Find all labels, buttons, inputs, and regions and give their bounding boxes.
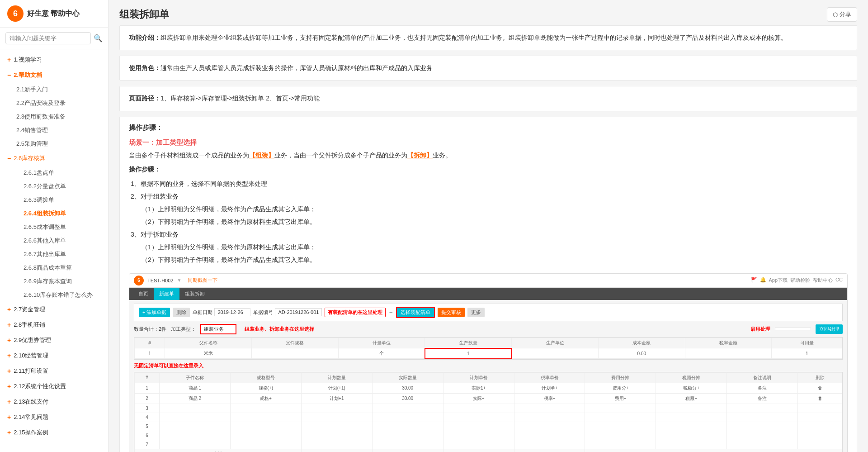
sim-nav-home[interactable]: 自页 bbox=[133, 288, 154, 300]
upper-table-row-1: 1 米米 个 1 0.00 1 bbox=[135, 348, 842, 359]
plus-icon-mobile: + bbox=[7, 321, 11, 328]
sim-qty-label: 数量合计：2件 bbox=[134, 326, 166, 333]
cell-r1-del[interactable]: 🗑 bbox=[798, 383, 842, 393]
cell-num: 1 bbox=[135, 348, 165, 359]
sidebar-item-cost-recalc[interactable]: 2.6.8商品成本重算 bbox=[0, 261, 108, 275]
sidebar-item-inventory[interactable]: − 2.6库存核算 bbox=[0, 151, 108, 166]
intro-label: 功能介绍： bbox=[129, 34, 160, 41]
th-num: # bbox=[135, 338, 165, 348]
sim-nav-new[interactable]: 新建单 bbox=[154, 288, 179, 300]
sim-enable-input[interactable] bbox=[775, 328, 811, 330]
step-2-1: （1）上部明细为父件明细，最终作为产成品生成其它入库单； bbox=[131, 203, 848, 215]
sidebar-item-install[interactable]: 2.2产品安装及登录 bbox=[0, 96, 108, 110]
sim-nav-assembly[interactable]: 组装拆卸 bbox=[179, 288, 210, 300]
sidebar-item-purchase[interactable]: 2.5采购管理 bbox=[0, 137, 108, 151]
lower-row-4: 4 bbox=[135, 413, 842, 422]
sidebar-item-finance[interactable]: + 2.7资金管理 bbox=[0, 302, 108, 317]
sidebar: 6 好生意 帮助中心 🔍 + 1.视频学习 − 2.帮助文档 2.1新手入门 2… bbox=[0, 0, 108, 452]
annotation-direct-entry: 无固定清单可以直接在这里录入 bbox=[134, 362, 843, 369]
sim-btn-delete[interactable]: 删除 bbox=[173, 308, 190, 317]
sidebar-item-stock-error[interactable]: 2.6.10库存账本错了怎么办 bbox=[0, 288, 108, 302]
plus-icon-ops: + bbox=[7, 352, 11, 359]
role-text: 通常由生产人员或库管人员完成拆装业务的操作，库管人员确认原材料的出库和产成品的入… bbox=[160, 64, 433, 71]
th-remark: 备注说明 bbox=[727, 372, 798, 383]
sidebar-item-custom[interactable]: + 2.12系统个性化设置 bbox=[0, 379, 108, 394]
footer-val4: 0.00 bbox=[514, 449, 585, 452]
cell-spec bbox=[251, 348, 338, 359]
plus-icon: + bbox=[7, 56, 11, 63]
intro-card: 功能介绍：组装拆卸单用来处理企业组装或拆卸等加工业务，支持有固定装配清单的产品加… bbox=[119, 25, 857, 50]
th-plan-price: 计划单价 bbox=[443, 372, 514, 383]
th-child-spec: 规格型号 bbox=[230, 372, 301, 383]
sim-btn-add[interactable]: + 添加单据 bbox=[139, 308, 170, 317]
sim-app-download: App下载 bbox=[769, 277, 788, 284]
sidebar-item-online-pay[interactable]: + 2.13在线支付 bbox=[0, 394, 108, 409]
screenshot-container: 6 TEST-H002 ▼ 同期截图一下 🚩 🔔 App下载 帮助检验 帮助中心… bbox=[129, 273, 848, 452]
annotation-bom: 有装配清单的在这里处理 bbox=[325, 308, 386, 317]
share-icon: ⬡ bbox=[833, 11, 838, 18]
sidebar-item-cases[interactable]: + 2.15操作案例 bbox=[0, 425, 108, 440]
cell-parent-name: 米米 bbox=[165, 348, 252, 359]
sidebar-item-stock-ledger[interactable]: 2.6.9库存账本查询 bbox=[0, 275, 108, 288]
main-content: 组装拆卸单 ⬡ 分享 功能介绍：组装拆卸单用来处理企业组装或拆卸等加工业务，支持… bbox=[108, 0, 868, 452]
sim-icon-flag: 🚩 bbox=[751, 277, 757, 284]
search-button[interactable]: 🔍 bbox=[94, 34, 103, 43]
cell-r2-plan: 计划+1 bbox=[301, 393, 372, 404]
main-header: 组装拆卸单 ⬡ 分享 bbox=[108, 0, 868, 25]
th-prod-unit: 生产单位 bbox=[512, 338, 599, 348]
sidebar-item-assembly[interactable]: 2.6.4组装拆卸单 bbox=[0, 207, 108, 220]
sidebar-item-data-prep[interactable]: 2.3使用前数据准备 bbox=[0, 110, 108, 124]
sim-order-value[interactable]: AD-20191226-001 bbox=[275, 308, 322, 316]
cell-r1-cost: 费用分+ bbox=[585, 383, 656, 393]
cell-r2-num: 2 bbox=[135, 393, 160, 404]
sidebar-item-stock-check[interactable]: 2.6.1盘点单 bbox=[0, 166, 108, 180]
sidebar-item-coupon[interactable]: + 2.9优惠券管理 bbox=[0, 333, 108, 348]
sim-date-value[interactable]: 2019-12-26 bbox=[214, 308, 250, 316]
cell-unit: 个 bbox=[338, 348, 425, 359]
sim-topbar-icons: 🚩 🔔 App下载 帮助检验 帮助中心 CC bbox=[751, 277, 843, 284]
plus-icon-print: + bbox=[7, 367, 11, 375]
cell-r2-del[interactable]: 🗑 bbox=[798, 393, 842, 404]
sim-dropdown-arrow: ▼ bbox=[177, 278, 181, 283]
arrow-to-bom: ← bbox=[388, 309, 393, 315]
step-3-1: （1）上部明细为父件明细，最终作为原材料生成其它出库单； bbox=[131, 241, 848, 253]
sim-type-select[interactable]: 组装业务 bbox=[200, 324, 236, 334]
minus-icon: − bbox=[7, 71, 11, 79]
sidebar-item-sales[interactable]: 2.4销售管理 bbox=[0, 124, 108, 137]
th-avail: 可用量 bbox=[772, 338, 842, 348]
cell-r2-spec: 规格+ bbox=[230, 393, 301, 404]
share-button[interactable]: ⬡ 分享 bbox=[827, 7, 857, 22]
sidebar-item-other-out[interactable]: 2.6.7其他出库单 bbox=[0, 247, 108, 261]
sidebar-item-mobile[interactable]: + 2.8手机旺铺 bbox=[0, 317, 108, 333]
sidebar-item-videos[interactable]: + 1.视频学习 bbox=[0, 52, 108, 67]
lower-row-1: 1 商品 1 规格(+) 计划(+1) 30.00 实际1+ 计划单+ 费用分+ bbox=[135, 383, 842, 393]
cell-cost: 0.00 bbox=[598, 348, 685, 359]
sim-icon-bell: 🔔 bbox=[760, 277, 766, 284]
sidebar-item-transfer[interactable]: 2.6.3调拨单 bbox=[0, 193, 108, 207]
annotation-type: 组装业务、拆卸业务在这里选择 bbox=[245, 326, 314, 333]
lower-row-5: 5 bbox=[135, 422, 842, 431]
th-actual-qty: 实际数量 bbox=[372, 372, 443, 383]
sidebar-item-docs[interactable]: − 2.帮助文档 bbox=[0, 67, 108, 83]
lower-row-3: 3 bbox=[135, 404, 842, 413]
th-plan-qty: 计划数量 bbox=[301, 372, 372, 383]
logo-icon: 6 bbox=[7, 5, 24, 22]
sidebar-item-other-in[interactable]: 2.6.6其他入库单 bbox=[0, 234, 108, 247]
cell-r2-actual: 30.00 bbox=[372, 393, 443, 404]
sim-btn-select-bom[interactable]: 选择装配清单 bbox=[396, 307, 435, 318]
sim-btn-ok[interactable]: 立即处理 bbox=[816, 324, 843, 334]
footer-total-label: 合计 bbox=[135, 449, 302, 452]
plus-icon-pay: + bbox=[7, 398, 11, 405]
sidebar-item-faq[interactable]: + 2.14常见问题 bbox=[0, 409, 108, 425]
sim-topbar-id: TEST-H002 bbox=[147, 278, 173, 283]
sim-btn-submit[interactable]: 提交审核 bbox=[438, 308, 465, 317]
sidebar-item-operations[interactable]: + 2.10经营管理 bbox=[0, 348, 108, 363]
sidebar-item-newcomer[interactable]: 2.1新手入门 bbox=[0, 83, 108, 96]
cell-r1-plan: 计划(+1) bbox=[301, 383, 372, 393]
sidebar-item-print[interactable]: + 2.11打印设置 bbox=[0, 363, 108, 379]
sidebar-item-partial-check[interactable]: 2.6.2分量盘点单 bbox=[0, 180, 108, 193]
search-input[interactable] bbox=[5, 32, 91, 44]
th-tax-price: 税率单价 bbox=[514, 372, 585, 383]
sim-btn-more[interactable]: 更多 bbox=[467, 308, 485, 317]
sidebar-item-cost-adjust[interactable]: 2.6.5成本调整单 bbox=[0, 220, 108, 234]
